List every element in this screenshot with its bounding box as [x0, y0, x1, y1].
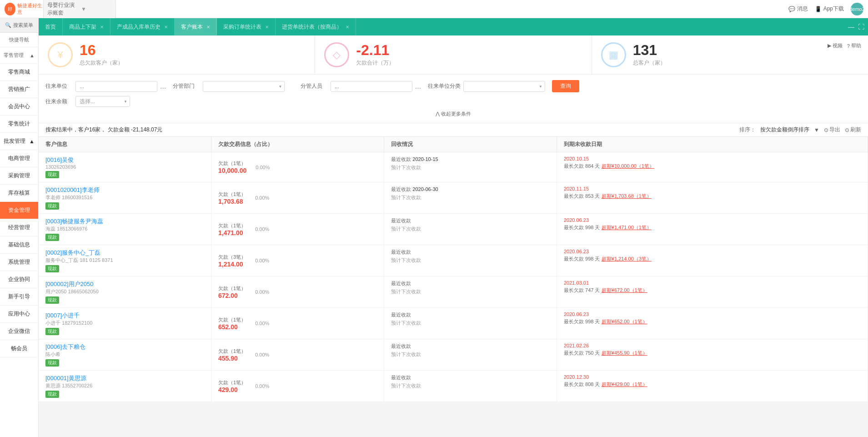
- sidebar-item-member2[interactable]: 畅会员: [0, 340, 38, 357]
- td-overdue-1: 2020.11.15 最长欠款 853 天 超期¥1,703.68（1笔）: [557, 182, 868, 213]
- customer-name-5[interactable]: [0007]小进千: [45, 311, 204, 320]
- refresh-icon: ⊙: [845, 127, 849, 133]
- debt-total-info: -2.11 欠款合计（万）: [356, 43, 394, 67]
- sidebar-item-quicknav[interactable]: 快捷导航: [0, 33, 38, 47]
- sidebar-item-retail-stats[interactable]: 零售统计: [0, 116, 38, 133]
- balance-select[interactable]: 选择...: [75, 96, 130, 107]
- td-debt-5: 欠款（1笔） 652.00 0.00%: [211, 308, 384, 339]
- app-download-button[interactable]: 📱 App下载: [815, 5, 844, 13]
- customer-name-7[interactable]: [000001]黄思源: [45, 374, 204, 382]
- sidebar-item-inventory[interactable]: 库存核算: [0, 185, 38, 202]
- tab-home[interactable]: 首页: [39, 18, 63, 35]
- sort-select[interactable]: 按欠款金额倒序排序: [760, 126, 809, 134]
- customer-tag-2: 现款: [45, 234, 59, 241]
- tab-close-icon[interactable]: ✕: [206, 25, 210, 30]
- help-button[interactable]: ? 帮助: [847, 42, 861, 49]
- sidebar-item-member[interactable]: 会员中心: [0, 98, 38, 116]
- sidebar-item-purchase[interactable]: 采购管理: [0, 167, 38, 185]
- tab-customer-ledger[interactable]: 客户账本 ✕: [175, 18, 217, 35]
- export-button[interactable]: ⊙ 导出: [824, 126, 840, 134]
- person-dots[interactable]: ...: [415, 82, 421, 90]
- store-name: 母婴行业演示账套: [47, 1, 78, 17]
- customer-name-2[interactable]: [0003]畅捷服务尹海蕊: [45, 217, 204, 226]
- message-button[interactable]: 💬 消息: [788, 5, 808, 13]
- table-header: 客户信息 欠款交易信息（占比） 回收情况 到期未收款日期: [39, 137, 868, 152]
- table-row: [0006]去下粮仓 陈小希 现款 欠款（1笔） 455.90 0.00%: [39, 339, 868, 371]
- customer-name-4[interactable]: [000002]用户2050: [45, 280, 204, 288]
- sort-chevron-icon[interactable]: ▼: [814, 127, 819, 133]
- sidebar-item-marketing[interactable]: 营销推广: [0, 81, 38, 98]
- tab-product-listing[interactable]: 商品上下架 ✕: [63, 18, 110, 35]
- td-overdue-7: 2020.12.30 最长欠款 808 天 超期¥429.00（1笔）: [557, 371, 868, 402]
- overdue-link-7[interactable]: 超期¥429.00（1笔）: [602, 382, 647, 387]
- overdue-link-5[interactable]: 超期¥652.00（1笔）: [602, 319, 647, 324]
- sidebar-item-guide[interactable]: 新手引导: [0, 288, 38, 306]
- filter-balance: 往来余额 选择...: [45, 96, 130, 107]
- person-label: 分管人员: [301, 82, 328, 90]
- sidebar-item-system[interactable]: 系统管理: [0, 254, 38, 271]
- td-customer-0: [0016]吴俊 13026203696 现款: [39, 152, 211, 182]
- sidebar-item-ecommerce[interactable]: 电商管理: [0, 150, 38, 167]
- sidebar-search[interactable]: 🔍 搜索菜单: [0, 18, 38, 33]
- refresh-button[interactable]: ⊙ 刷新: [845, 126, 861, 134]
- sidebar-item-retail-mgmt[interactable]: 零售管理 ▲: [0, 47, 38, 64]
- source-unit-input[interactable]: [75, 81, 157, 92]
- td-overdue-6: 2021.02.26 最长欠款 750 天 超期¥455.90（1笔）: [557, 339, 868, 370]
- tab-maximize-icon[interactable]: ⛶: [858, 23, 864, 30]
- sidebar-item-basic-info[interactable]: 基础信息: [0, 236, 38, 254]
- summary-card-total-customers: ▦ 131 总客户（家） ▶ 视频 ?: [592, 35, 868, 74]
- search-button[interactable]: 查询: [552, 80, 579, 92]
- customer-name-1[interactable]: [0001020001]李老师: [45, 186, 204, 194]
- source-unit-dots[interactable]: ...: [160, 82, 166, 90]
- balance-select-wrap: 选择...: [75, 96, 130, 107]
- customer-sub-2: 海蕊 18513066976: [45, 226, 204, 232]
- filter-row-1: 往来单位 ... 分管部门 ... 分管人员: [45, 80, 861, 92]
- customer-sub-0: 13026203696: [45, 164, 204, 170]
- customer-tag-0: 现款: [45, 171, 59, 178]
- table-row: [0003]畅捷服务尹海蕊 海蕊 18513066976 现款 欠款（1笔） 1…: [39, 214, 868, 245]
- overdue-link-3[interactable]: 超期¥1,214.00（3笔）: [602, 256, 652, 261]
- sidebar: 🔍 搜索菜单 快捷导航 零售管理 ▲ 零售商城 营销推广 会员中心 零售统计 批…: [0, 18, 39, 437]
- tab-close-icon[interactable]: ✕: [265, 25, 269, 30]
- th-debt: 欠款交易信息（占比）: [211, 137, 384, 152]
- sidebar-item-wechat[interactable]: 企业微信: [0, 323, 38, 340]
- sidebar-item-wholesale[interactable]: 批发管理▲: [0, 133, 38, 150]
- overdue-link-2[interactable]: 超期¥1,471.00（1笔）: [602, 225, 652, 230]
- tab-minimize-icon[interactable]: —: [848, 23, 854, 30]
- overdue-link-6[interactable]: 超期¥455.90（1笔）: [602, 350, 647, 356]
- td-overdue-0: 2020.10.15 最长欠款 884 天 超期¥10,000.00（1笔）: [557, 152, 868, 182]
- customer-sub-7: 黄思源 13552700226: [45, 382, 204, 389]
- sidebar-item-operations[interactable]: 经营管理: [0, 219, 38, 236]
- tab-purchase-product-stats[interactable]: 进货单统计表（按商品） ✕: [276, 18, 356, 35]
- tab-production-history[interactable]: 产成品入库单历史 ✕: [110, 18, 175, 35]
- total-customers-value: 131: [633, 43, 666, 57]
- overdue-link-4[interactable]: 超期¥672.00（1笔）: [602, 287, 647, 293]
- sidebar-item-enterprise[interactable]: 企业协同: [0, 271, 38, 288]
- debt-total-label: 欠款合计（万）: [356, 59, 394, 67]
- unit-category-select[interactable]: [463, 81, 545, 92]
- summary-row: ¥ 16 总欠款客户（家） ◇ -2.11 欠款合计（万）: [39, 35, 868, 75]
- page-content: ¥ 16 总欠款客户（家） ◇ -2.11 欠款合计（万）: [39, 35, 868, 437]
- filter-row-2: 往来余额 选择...: [45, 96, 861, 107]
- store-selector[interactable]: 母婴行业演示账套 ▼: [43, 0, 116, 19]
- tab-close-icon[interactable]: ✕: [100, 25, 104, 30]
- td-recovery-3: 最近收款 预计下次收款: [384, 245, 557, 276]
- tab-close-icon[interactable]: ✕: [164, 25, 168, 30]
- card-actions: ▶ 视频 ? 帮助: [828, 42, 861, 49]
- overdue-link-0[interactable]: 超期¥10,000.00（1笔）: [602, 163, 654, 169]
- customer-name-0[interactable]: [0016]吴俊: [45, 156, 204, 164]
- tab-purchase-stats[interactable]: 采购订单统计表 ✕: [217, 18, 276, 35]
- collapse-button[interactable]: ⋀ 收起更多条件: [436, 111, 471, 117]
- summary-card-debtors: ¥ 16 总欠款客户（家）: [39, 35, 315, 74]
- overdue-link-1[interactable]: 超期¥1,703.68（1笔）: [602, 193, 652, 199]
- sidebar-item-apps[interactable]: 应用中心: [0, 306, 38, 323]
- sidebar-item-finance[interactable]: 资金管理: [0, 202, 38, 219]
- sidebar-item-retail-store[interactable]: 零售商城: [0, 64, 38, 81]
- user-avatar[interactable]: demo2: [851, 3, 863, 15]
- tab-close-icon[interactable]: ✕: [346, 25, 349, 30]
- customer-name-6[interactable]: [0006]去下粮仓: [45, 343, 204, 351]
- dept-select[interactable]: [203, 81, 285, 92]
- person-input[interactable]: [331, 81, 412, 92]
- view-video-button[interactable]: ▶ 视频: [828, 42, 843, 49]
- customer-name-3[interactable]: [0002]服务中心_丁磊: [45, 249, 204, 257]
